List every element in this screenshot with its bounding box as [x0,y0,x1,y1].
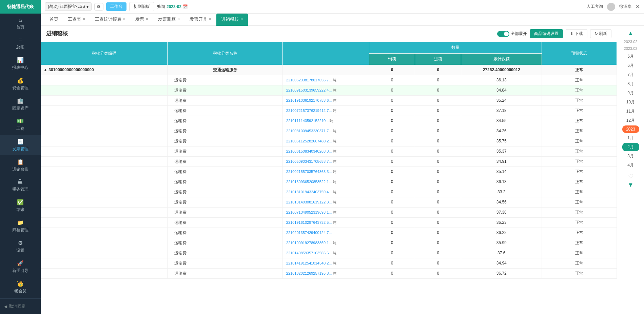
tab-invoice-calc-close[interactable]: ✕ [177,17,180,21]
cell-status: 正常 [542,136,617,146]
month-6[interactable]: 6月 [622,61,639,70]
cell-sale: 0 [369,238,415,248]
month-11[interactable]: 11月 [622,107,639,116]
sidebar-item-tax[interactable]: 🏛 税务管理 [0,176,41,196]
tab-bar: 首页 工资表 ✕ 工资统计报表 ✕ 发票 ✕ 发票测算 ✕ 发票开具 ✕ 进销稽… [41,14,644,26]
cell-sale: 0 [369,136,415,146]
nav-up-arrow[interactable]: ▲ [626,28,635,38]
table-row: 运输费 2210091503139659222 4... 吨 0 0 34.84… [41,85,617,95]
cell-sale: 0 [369,85,415,95]
tab-invoice-close[interactable]: ✕ [145,17,149,21]
user-name: 徐泽华 [619,4,631,9]
month-4[interactable]: 4月 [622,161,639,170]
tab-salary-table-label: 工资表 [68,16,81,22]
sidebar-item-report[interactable]: 📊 报表中心 [0,54,41,74]
cell-code [41,95,168,105]
expand-toggle[interactable]: 全部展开 [497,31,527,37]
month-9[interactable]: 9月 [622,89,639,97]
settings-button[interactable]: 商品编码设置 [530,29,563,38]
month-7[interactable]: 7月 [622,71,639,79]
col-status: 预警状态 [542,42,617,65]
cell-sale: 0 [369,248,415,258]
sidebar-item-sales[interactable]: 📋 进销台账 [0,155,41,176]
sidebar-item-fund[interactable]: 💰 资金管理 [0,74,41,94]
tab-home[interactable]: 首页 [45,14,63,26]
copy-button[interactable]: ⧉ [94,3,103,11]
table-row: 运输费 2210052338178017656 7... 吨 0 0 36.13… [41,75,617,85]
sidebar-item-salary[interactable]: 💵 工资 [0,115,41,135]
tab-invoice-label: 发票 [135,16,144,22]
guide-icon: 🚀 [17,260,24,267]
tab-invoice[interactable]: 发票 ✕ [131,14,153,26]
sidebar-item-label: 工资 [16,126,24,132]
page: 进销稽核 全部展开 商品编码设置 ⬇ 下载 ↻ 刷新 [41,26,617,314]
tab-salary-table-close[interactable]: ✕ [82,17,85,21]
sidebar-item-member[interactable]: 👑 畅会员 [0,277,41,297]
cell-code [41,177,168,187]
right-panel: ▲ 2023.02 2023.02 5月 6月 7月 8月 9月 10月 11月… [617,26,644,314]
table-row: 运输费 2210100919278983869 1... 吨 0 0 35.99… [41,238,617,248]
sidebar-item-settings[interactable]: ⚙ 设置 [0,236,41,257]
year-label-2022b: 2023.02 [624,46,638,51]
cell-total: 36.13 [461,75,542,85]
cell-name: 运输费 [168,187,283,197]
cell-status: 正常 [542,248,617,258]
tab-salary-report[interactable]: 工资统计报表 ✕ [90,14,131,26]
cell-sale: 0 [369,217,415,228]
tab-invoice-issue-close[interactable]: ✕ [209,17,212,21]
table-row: 运输费 2210140859357103566 6... 吨 0 0 37.6 … [41,248,617,258]
tab-salary-table[interactable]: 工资表 ✕ [63,14,90,26]
cell-sale: 0 [369,207,415,217]
sidebar-item-ledger[interactable]: ≡ 总账 [0,34,41,54]
month-5[interactable]: 5月 [622,52,639,61]
month-12[interactable]: 12月 [622,116,639,125]
sidebar-item-settlement[interactable]: ✅ 结账 [0,196,41,216]
sidebar-item-label: 报表中心 [12,65,28,71]
support-button[interactable]: 人工客询 [587,4,603,9]
tab-invoice-calc[interactable]: 发票测算 ✕ [153,14,185,26]
month-8[interactable]: 8月 [622,80,639,88]
company-selector[interactable]: (勿动) 江西报宝-LSS ▾ [45,2,92,11]
tab-salary-report-close[interactable]: ✕ [123,17,126,21]
cell-purchase: 0 [415,197,461,207]
cell-sale: 0 [369,166,415,177]
cell-purchase: 0 [415,95,461,105]
invoice-icon: 🧾 [17,138,24,145]
calendar-icon[interactable]: 📅 [183,4,188,9]
switch-version-button[interactable]: 切到旧版 [129,2,154,11]
cell-name: 运输费 [168,258,283,268]
table-row: 运输费 2210141912541014340 2... 吨 0 0 34.94… [41,258,617,268]
col-invoice-no [282,42,369,65]
unpin-button[interactable]: ◀ 取消固定 [0,301,41,311]
nav-down-arrow[interactable]: ▼ [626,180,635,190]
sidebar-item-invoice[interactable]: 🧾 发票管理 [0,135,41,155]
toggle-switch[interactable] [497,31,509,37]
workstation-button[interactable]: 工作台 [106,2,126,11]
close-button[interactable]: ✕ [636,3,640,10]
sidebar-item-archive[interactable]: 📁 归档管理 [0,216,41,236]
refresh-button[interactable]: ↻ 刷新 [590,29,611,38]
download-button[interactable]: ⬇ 下载 [566,29,587,38]
month-10[interactable]: 10月 [622,98,639,106]
cell-name: 运输费 [168,126,283,136]
cell-total: 34.56 [461,197,542,207]
cell-code [41,156,168,166]
month-3[interactable]: 3月 [622,152,639,160]
cell-code [41,248,168,258]
tab-sales-audit-close[interactable]: ✕ [240,17,243,21]
data-table: 税收分类编码 税收分类名称 数量 预警状态 销项 进项 累计数额 [41,42,617,279]
cell-name: 运输费 [168,177,283,187]
tab-sales-audit[interactable]: 进销稽核 ✕ [216,14,248,26]
sidebar-item-home[interactable]: ⌂ 首页 [0,14,41,34]
sidebar-item-guide[interactable]: 🚀 新手引导 [0,257,41,277]
col-qty-sale: 销项 [369,54,415,65]
tab-invoice-issue[interactable]: 发票开具 ✕ [185,14,216,26]
month-1[interactable]: 1月 [622,134,639,142]
cell-total: 36.13 [461,177,542,187]
sidebar-item-label: 设置 [16,248,24,253]
sidebar-item-asset[interactable]: 🏢 固定资产 [0,94,41,115]
cell-invoice: 2210111143592152210... 吨 [282,116,369,126]
month-2[interactable]: 2月 [622,143,639,151]
cell-code [41,116,168,126]
cell-name: 运输费 [168,197,283,207]
